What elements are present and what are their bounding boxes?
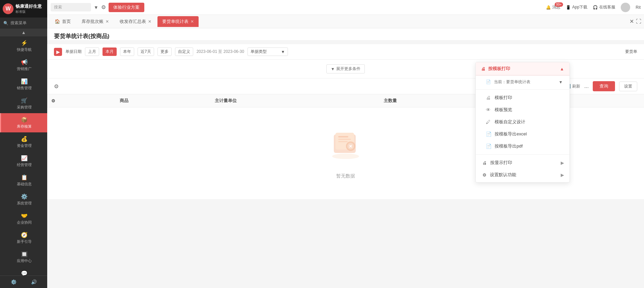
logo-icon: W	[3, 3, 13, 14]
sidebar-item-label: 营销推广	[17, 66, 32, 71]
tab-close-btn[interactable]: ✕	[106, 19, 109, 24]
expand-arrow-icon: ▶	[561, 160, 564, 165]
topbar-dropdown-btn[interactable]: ▼	[94, 5, 98, 10]
app-center-icon: 🔲	[21, 251, 28, 257]
current-label-text: 📄 当前：要货单统计表	[486, 79, 530, 85]
expand-more-btn[interactable]: ▼ 展开更多条件	[326, 64, 365, 73]
sidebar-item-label: 系统管理	[17, 201, 32, 206]
empty-icon	[325, 128, 366, 168]
sidebar-item-quick-nav[interactable]: ⚡ 快捷导航	[0, 36, 47, 56]
page-header: 要货单统计表(按商品)	[47, 28, 644, 40]
topbar-search[interactable]: 搜索	[51, 3, 91, 11]
date-more-btn[interactable]: 更多	[157, 47, 172, 56]
sidebar-search[interactable]: 🔍 搜索菜单	[0, 18, 47, 29]
tab-receipt-summary-label: 收发存汇总表	[120, 19, 146, 25]
sidebar-item-operations[interactable]: 📈 经营管理	[0, 152, 47, 171]
page-title: 要货单统计表(按商品)	[54, 32, 637, 40]
dropdown-current-section: 📄 当前：要货单统计表 ▼	[476, 75, 569, 89]
maximize-btn[interactable]: ⛶	[636, 19, 641, 25]
sidebar-item-finance[interactable]: 💰 资金管理	[0, 132, 47, 152]
messages-btn[interactable]: 🔔 消息 99+	[546, 4, 560, 10]
operations-icon: 📈	[21, 155, 28, 161]
filter-bar: ▶ 单据日期 上月 本月 本年 近7天 更多 自定义 2023-06-01 至 …	[47, 44, 644, 60]
sidebar-item-cooperation[interactable]: 🤝 企业协同	[0, 209, 47, 228]
template-design-icon: 🖊	[486, 119, 491, 125]
search-label: 搜索菜单	[10, 20, 27, 26]
dropdown-template-preview[interactable]: 👁 模板预览	[476, 104, 569, 116]
finance-icon: 💰	[21, 136, 28, 142]
tab-order-stats[interactable]: 要货单统计表 ✕	[157, 16, 199, 27]
date-current-btn[interactable]: 本月	[103, 47, 117, 56]
home-icon: 🏠	[55, 19, 60, 24]
dropdown-set-default[interactable]: ⚙ 设置默认功能 ▶	[476, 169, 569, 181]
col-unit: 主计量单位	[211, 94, 380, 107]
tab-close-btn[interactable]: ✕	[191, 19, 194, 24]
setting-btn[interactable]: 设置	[619, 82, 637, 91]
basic-info-icon: 📋	[21, 174, 28, 181]
tab-close-btn[interactable]: ✕	[148, 19, 151, 24]
date-custom-btn[interactable]: 自定义	[175, 47, 193, 56]
more-btn[interactable]: ...	[584, 83, 589, 89]
sidebar-item-app-center[interactable]: 🔲 应用中心	[0, 248, 47, 267]
app-name: 畅康通好生意	[16, 4, 42, 9]
enterprise-wechat-icon: 💬	[21, 270, 28, 276]
system-icon: ⚙️	[21, 193, 28, 200]
message-badge: 99+	[555, 2, 563, 7]
tab-inventory-batch[interactable]: 库存批次账 ✕	[77, 16, 114, 27]
dropdown-items-section: 🖨 模板打印 👁 模板预览 🖊 模板自定义设计 📄 按模板导出excel 📄	[476, 90, 569, 154]
sidebar-item-enterprise-wechat[interactable]: 💬 企业微信	[0, 267, 47, 276]
tab-receipt-summary[interactable]: 收发存汇总表 ✕	[115, 16, 156, 27]
filter-expand-btn[interactable]: ▶	[54, 48, 62, 56]
sidebar-item-system[interactable]: ⚙️ 系统管理	[0, 190, 47, 209]
collapse-icon[interactable]: ▲	[560, 66, 564, 71]
sidebar-item-label: 资金管理	[17, 143, 32, 148]
date-last7-btn[interactable]: 近7天	[138, 47, 154, 56]
sidebar-item-purchase[interactable]: 🛒 采购管理	[0, 94, 47, 113]
current-expand-icon[interactable]: ▼	[559, 80, 563, 85]
scroll-up-btn[interactable]: ▲	[0, 29, 47, 36]
dropdown-template-design[interactable]: 🖊 模板自定义设计	[476, 116, 569, 128]
dropdown-template-print[interactable]: 🖨 模板打印	[476, 92, 569, 104]
tab-order-stats-label: 要货单统计表	[162, 19, 188, 25]
svg-rect-5	[338, 141, 348, 142]
col-settings[interactable]: ⚙	[47, 94, 116, 107]
sidebar-item-inventory[interactable]: 📦 库存核算	[0, 113, 47, 132]
sidebar-item-sales[interactable]: 📊 销售管理	[0, 75, 47, 94]
date-range: 2023-06-01 至 2023-06-30	[197, 49, 244, 55]
experience-btn[interactable]: 体验行业方案	[109, 3, 144, 12]
sidebar-item-guide[interactable]: 🧭 新手引导	[0, 228, 47, 248]
print-header-icon: 🖨	[481, 66, 486, 71]
refresh-label: 刷新	[572, 84, 580, 89]
tab-home-label: 首页	[62, 19, 71, 25]
settings-icon[interactable]: ⚙️	[11, 279, 17, 285]
sales-icon: 📊	[21, 78, 28, 85]
tab-home[interactable]: 🏠 首页	[50, 16, 76, 27]
online-service-btn[interactable]: 🎧 在线客服	[593, 4, 615, 10]
bell-icon: 🔔	[546, 5, 551, 10]
tab-inventory-batch-label: 库存批次账	[82, 19, 104, 25]
table-settings-icon[interactable]: ⚙	[54, 83, 59, 90]
dropdown-display-print[interactable]: 🖨 按显示打印 ▶	[476, 157, 569, 169]
avatar[interactable]	[621, 3, 630, 12]
topbar-gear-icon[interactable]: ⚙	[101, 4, 106, 10]
query-btn[interactable]: 查询	[593, 81, 615, 91]
type-label: 单据类型	[251, 49, 267, 55]
sidebar-item-label: 经营管理	[17, 162, 32, 167]
close-all-btn[interactable]: ✕	[630, 18, 634, 25]
display-print-icon: 🖨	[482, 160, 487, 165]
expand-arrow-icon: ▶	[561, 172, 564, 178]
sidebar-item-marketing[interactable]: 📢 营销推广	[0, 56, 47, 75]
svg-rect-4	[338, 139, 351, 140]
audio-icon[interactable]: 🔊	[31, 279, 37, 285]
dropdown-template-export-excel[interactable]: 📄 按模板导出excel	[476, 128, 569, 140]
type-select[interactable]: 单据类型 ▼	[247, 47, 288, 56]
dropdown-header-label: 按模板打印	[488, 66, 510, 72]
inventory-icon: 📦	[21, 117, 28, 123]
dropdown-template-export-pdf[interactable]: 📄 按模板导出pdf	[476, 140, 569, 152]
app-download-btn[interactable]: 📱 App下载	[566, 4, 587, 10]
tabs-right: ✕ ⛶	[630, 18, 641, 25]
dropdown-header[interactable]: 🖨 按模板打印 ▲	[476, 62, 569, 75]
date-prev-btn[interactable]: 上月	[85, 47, 99, 56]
date-this-year-btn[interactable]: 本年	[120, 47, 134, 56]
sidebar-item-basic-info[interactable]: 📋 基础信息	[0, 171, 47, 190]
